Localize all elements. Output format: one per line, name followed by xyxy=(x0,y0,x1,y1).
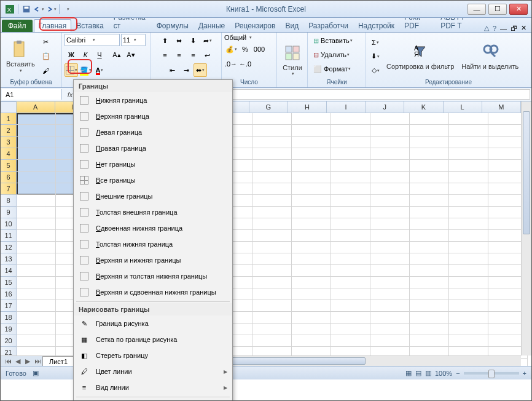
minimize-button[interactable]: — xyxy=(467,4,486,15)
cell[interactable] xyxy=(370,324,410,335)
find-select-button[interactable]: Найти и выделить xyxy=(458,40,522,72)
cell[interactable] xyxy=(252,230,292,242)
tab-review[interactable]: Рецензиров xyxy=(230,19,280,32)
tab-addins[interactable]: Надстройк xyxy=(353,19,399,32)
zoom-slider[interactable] xyxy=(464,372,519,375)
cell[interactable] xyxy=(331,148,370,160)
vertical-scrollbar[interactable] xyxy=(521,101,531,355)
border-all[interactable]: Все границы xyxy=(74,172,232,188)
cell[interactable] xyxy=(449,265,488,277)
row-header[interactable]: 5 xyxy=(1,160,17,172)
cell[interactable] xyxy=(252,312,292,324)
cell[interactable] xyxy=(292,218,331,230)
maximize-button[interactable]: ☐ xyxy=(488,4,507,15)
cell[interactable] xyxy=(252,207,292,218)
border-erase[interactable]: ◧Стереть границу xyxy=(74,347,232,363)
cell[interactable] xyxy=(292,277,331,288)
cell[interactable] xyxy=(370,125,410,137)
cell[interactable] xyxy=(17,242,56,253)
cell[interactable] xyxy=(370,312,410,324)
cell[interactable] xyxy=(410,137,449,148)
border-drawgrid[interactable]: ▦Сетка по границе рисунка xyxy=(74,332,232,347)
copy-icon[interactable]: 📋 xyxy=(39,50,53,63)
row-header[interactable]: 14 xyxy=(1,265,17,277)
border-dblbottom[interactable]: Сдвоенная нижняя граница xyxy=(74,220,232,236)
cell[interactable] xyxy=(449,195,488,207)
row-header[interactable]: 10 xyxy=(1,218,17,230)
increase-indent-icon[interactable]: ⇥ xyxy=(179,63,193,77)
cell[interactable] xyxy=(17,265,56,277)
cell[interactable] xyxy=(17,312,56,324)
cell[interactable] xyxy=(292,335,331,347)
cell[interactable] xyxy=(410,324,449,335)
border-style[interactable]: ≡Вид линии▶ xyxy=(74,379,232,395)
cell[interactable] xyxy=(410,183,449,195)
cell[interactable] xyxy=(410,160,449,172)
cell[interactable] xyxy=(292,230,331,242)
cell[interactable] xyxy=(331,160,370,172)
cell[interactable] xyxy=(410,277,449,288)
cell[interactable] xyxy=(410,125,449,137)
cell[interactable] xyxy=(410,207,449,218)
cell[interactable] xyxy=(252,265,292,277)
cell[interactable] xyxy=(252,113,292,125)
cell[interactable] xyxy=(370,288,410,300)
cell[interactable] xyxy=(252,172,292,183)
border-right[interactable]: Правая граница xyxy=(74,140,232,156)
sort-filter-button[interactable]: AЯ Сортировка и фильтр xyxy=(383,40,457,72)
cell[interactable] xyxy=(252,335,292,347)
sheet-nav-first[interactable]: ⏮ xyxy=(3,357,13,365)
cell[interactable] xyxy=(331,195,370,207)
cell[interactable] xyxy=(410,312,449,324)
tab-insert[interactable]: Вставка xyxy=(71,19,109,32)
cell[interactable] xyxy=(17,277,56,288)
cell[interactable] xyxy=(410,335,449,347)
cell[interactable] xyxy=(252,148,292,160)
cell[interactable] xyxy=(370,265,410,277)
cell[interactable] xyxy=(292,288,331,300)
doc-restore-icon[interactable]: 🗗 xyxy=(510,25,517,32)
cut-icon[interactable]: ✂ xyxy=(39,36,53,49)
cell[interactable] xyxy=(252,195,292,207)
cell[interactable] xyxy=(331,288,370,300)
cell[interactable] xyxy=(449,218,488,230)
border-bottom[interactable]: Нижняя граница xyxy=(74,92,232,108)
row-header[interactable]: 8 xyxy=(1,195,17,207)
row-header[interactable]: 12 xyxy=(1,242,17,253)
cell[interactable] xyxy=(449,277,488,288)
col-header[interactable]: M xyxy=(482,101,521,113)
view-layout-icon[interactable]: ▤ xyxy=(415,369,421,377)
close-button[interactable]: ✕ xyxy=(509,4,528,15)
row-header[interactable]: 2 xyxy=(1,125,17,137)
align-bottom-icon[interactable]: ⬇ xyxy=(187,34,200,47)
fill-color-button[interactable]: 🪣▾ xyxy=(79,63,92,77)
cell[interactable] xyxy=(331,172,370,183)
cell[interactable] xyxy=(410,113,449,125)
cell[interactable] xyxy=(17,137,56,148)
view-pagebreak-icon[interactable]: ▥ xyxy=(425,369,431,377)
excel-icon[interactable]: X xyxy=(4,4,15,15)
border-topthickbottom[interactable]: Верхняя и толстая нижняя границы xyxy=(74,268,232,284)
border-none[interactable]: Нет границы xyxy=(74,156,232,172)
cell[interactable] xyxy=(331,300,370,312)
cell[interactable] xyxy=(449,230,488,242)
view-normal-icon[interactable]: ▦ xyxy=(405,369,412,377)
sheet-nav-prev[interactable]: ◀ xyxy=(13,357,23,365)
tab-formulas[interactable]: Формулы xyxy=(152,19,194,32)
select-all-corner[interactable] xyxy=(1,101,17,113)
sheet-nav-last[interactable]: ⏭ xyxy=(33,357,42,365)
grow-font-button[interactable]: A▴ xyxy=(110,48,123,62)
cell[interactable] xyxy=(410,172,449,183)
cell[interactable] xyxy=(449,183,488,195)
orientation-icon[interactable]: ➦▾ xyxy=(201,34,214,47)
format-cells-button[interactable]: ⬜ Формат▾ xyxy=(310,62,363,76)
cell[interactable] xyxy=(17,160,56,172)
sheet-tab-1[interactable]: Лист1 xyxy=(42,356,74,367)
align-right-icon[interactable]: ≡ xyxy=(187,49,200,62)
cell[interactable] xyxy=(17,335,56,347)
row-header[interactable]: 3 xyxy=(1,137,17,148)
italic-button[interactable]: К xyxy=(79,48,92,62)
cell[interactable] xyxy=(252,288,292,300)
cell[interactable] xyxy=(331,265,370,277)
row-header[interactable]: 7 xyxy=(1,183,17,195)
